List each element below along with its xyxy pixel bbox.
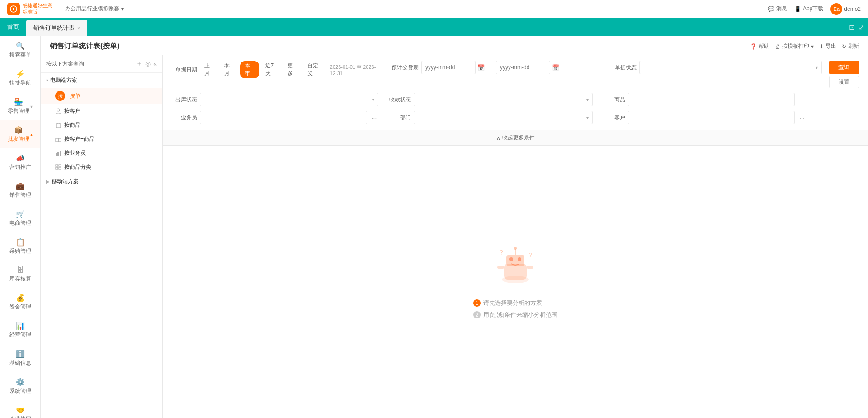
sidebar-item-sales[interactable]: 💼 销售管理: [0, 176, 40, 204]
salesman-more-icon[interactable]: ···: [370, 114, 379, 121]
filter-container: 单据日期 上月 本月 本年 近7天 更多 自定义 2023-01-01 至 20…: [163, 55, 868, 130]
sidebar-item-operations[interactable]: 📊 经营管理: [0, 316, 40, 344]
svg-rect-19: [527, 266, 533, 269]
svg-rect-3: [56, 138, 58, 142]
calendar-to-icon[interactable]: 📅: [552, 64, 559, 71]
delivery-arrow-icon: ▾: [372, 97, 374, 102]
scheme-item-by-salesman[interactable]: 按业务员: [41, 146, 162, 160]
sidebar-item-marketing[interactable]: 📣 营销推广: [0, 148, 40, 176]
scheme-item-by-customer-goods[interactable]: 按客户+商品: [41, 132, 162, 146]
company-name: 办公用品行业模拟账套: [65, 5, 119, 13]
sidebar-item-retail[interactable]: 🏪 零售管理 ▾: [0, 92, 40, 120]
tab-home[interactable]: 首页: [0, 18, 26, 36]
svg-rect-9: [56, 165, 58, 166]
goods-more-icon[interactable]: ···: [797, 96, 807, 103]
company-selector[interactable]: 办公用品行业模拟账套 ▾: [65, 5, 124, 13]
avatar: Ea: [830, 3, 842, 15]
right-panel: 单据日期 上月 本月 本年 近7天 更多 自定义 2023-01-01 至 20…: [163, 55, 868, 418]
date-btn-7days[interactable]: 近7天: [262, 61, 282, 79]
page-header: 销售订单统计表(按单) ❓ 帮助 🖨 按模板打印 ▾ ⬇ 导出 ↻ 刷新: [41, 36, 868, 55]
expected-date-from-input[interactable]: [421, 61, 476, 74]
main-layout: 🔍 搜索菜单 ⚡ 快捷导航 🏪 零售管理 ▾ 📦 批发管理 ▴ 📣 营销推广: [0, 36, 868, 418]
collapse-bar[interactable]: ∧ 收起更多条件: [163, 130, 868, 146]
scheme-item-by-goods[interactable]: 按商品: [41, 118, 162, 132]
top-bar-right: 💬 消息 📱 App下载 Ea demo2: [768, 3, 861, 15]
date-dash: —: [487, 64, 493, 71]
salesman-input[interactable]: [200, 111, 367, 124]
sidebar-item-system[interactable]: ⚙️ 系统管理: [0, 372, 40, 400]
retail-arrow-icon: ▾: [30, 104, 33, 109]
logo-area: 畅捷通好生意 标准版: [7, 3, 52, 15]
maximize-icon[interactable]: ⤢: [859, 23, 864, 32]
sidebar-item-procurement[interactable]: 📋 采购管理: [0, 233, 40, 261]
query-button[interactable]: 查询: [829, 61, 859, 74]
svg-rect-7: [58, 152, 59, 156]
tab-close-icon[interactable]: ×: [77, 25, 80, 31]
template-print-button[interactable]: 🖨 按模板打印 ▾: [775, 43, 814, 50]
doc-status-arrow-icon: ▾: [816, 65, 818, 70]
expected-date-to-input[interactable]: [496, 61, 550, 74]
date-btn-last-month[interactable]: 上月: [201, 61, 218, 79]
sidebar-item-basic-info[interactable]: ℹ️ 基础信息: [0, 344, 40, 372]
refresh-button[interactable]: ↻ 刷新: [842, 43, 859, 50]
doc-status-select[interactable]: ▾: [639, 61, 822, 74]
page-actions: ❓ 帮助 🖨 按模板打印 ▾ ⬇ 导出 ↻ 刷新: [750, 43, 859, 50]
scheme-item-by-order[interactable]: 按 按单: [41, 88, 162, 104]
refresh-icon: ↻: [842, 43, 846, 50]
payment-status-select[interactable]: ▾: [414, 93, 592, 106]
mobile-scheme-section[interactable]: ▶ 移动端方案: [41, 174, 162, 189]
svg-rect-12: [59, 167, 61, 169]
settings-button[interactable]: 设置: [829, 76, 859, 88]
svg-point-21: [514, 247, 517, 250]
logo-text: 畅捷通好生意 标准版: [23, 3, 52, 14]
help-button[interactable]: ❓ 帮助: [750, 43, 769, 50]
calendar-from-icon[interactable]: 📅: [477, 64, 485, 71]
department-select[interactable]: ▾: [414, 111, 592, 124]
pc-section-arrow: ▾: [46, 78, 48, 83]
empty-hint-list: 1 请先选择要分析的方案 2 用[过滤]条件来缩小分析范围: [473, 299, 557, 323]
scheme-add-icon[interactable]: ＋: [136, 60, 142, 68]
top-bar-left: 畅捷通好生意 标准版 办公用品行业模拟账套 ▾: [7, 3, 124, 15]
app-download-button[interactable]: 📱 App下载: [794, 5, 823, 13]
content-area: 销售订单统计表(按单) ❓ 帮助 🖨 按模板打印 ▾ ⬇ 导出 ↻ 刷新: [41, 36, 868, 418]
scheme-panel: 按以下方案查询 ＋ ◎ « ▾ 电脑端方案 按 按单: [41, 55, 163, 418]
goods-input[interactable]: [628, 93, 795, 106]
scheme-item-by-category[interactable]: 按商品分类: [41, 160, 162, 174]
svg-rect-18: [497, 266, 504, 269]
expected-date-to-group: 📅: [496, 61, 559, 74]
date-filter-label: 单据日期: [172, 66, 197, 74]
scheme-item-by-customer[interactable]: 按客户: [41, 104, 162, 118]
customer-more-icon[interactable]: ···: [797, 114, 807, 121]
date-btn-custom[interactable]: 自定义: [304, 61, 326, 79]
sidebar-item-finance[interactable]: 💰 资金管理: [0, 288, 40, 316]
sidebar-item-search[interactable]: 🔍 搜索菜单: [0, 36, 40, 64]
export-icon: ⬇: [819, 43, 824, 50]
sidebar-item-enterprise-collab[interactable]: 🤝 企业协同: [0, 400, 40, 418]
minimize-icon[interactable]: ⊡: [849, 23, 855, 32]
export-button[interactable]: ⬇ 导出: [819, 43, 836, 50]
pc-scheme-section[interactable]: ▾ 电脑端方案: [41, 73, 162, 88]
sidebar-item-ecommerce[interactable]: 🛒 电商管理: [0, 204, 40, 233]
scheme-settings-icon[interactable]: ◎: [145, 60, 151, 67]
goods-icon: [55, 122, 61, 128]
date-buttons-group: 上月 本月 本年 近7天 更多 自定义 2023-01-01 至 2023-12…: [201, 61, 382, 79]
tab-sales-stats[interactable]: 销售订单统计表 ×: [26, 20, 87, 36]
svg-point-1: [57, 109, 60, 111]
sidebar-item-quicknav[interactable]: ⚡ 快捷导航: [0, 64, 40, 92]
scheme-header: 按以下方案查询 ＋ ◎ «: [41, 55, 162, 73]
messages-button[interactable]: 💬 消息: [768, 5, 787, 13]
date-btn-this-year[interactable]: 本年: [240, 61, 259, 78]
date-btn-this-month[interactable]: 本月: [221, 61, 238, 79]
sidebar-item-wholesale[interactable]: 📦 批发管理 ▴: [0, 120, 40, 148]
sidebar-item-inventory[interactable]: 🗄 库存核算: [0, 261, 40, 288]
page-title: 销售订单统计表(按单): [50, 42, 120, 51]
date-btn-more[interactable]: 更多: [284, 61, 301, 79]
scheme-collapse-icon[interactable]: «: [153, 60, 157, 67]
svg-text:?: ?: [529, 252, 532, 258]
print-dropdown-icon: ▾: [811, 43, 814, 50]
salesman-label: 业务员: [172, 114, 197, 122]
svg-rect-14: [504, 264, 527, 280]
delivery-status-select[interactable]: ▾: [200, 93, 378, 106]
customer-input[interactable]: [628, 111, 795, 124]
user-menu[interactable]: Ea demo2: [830, 3, 861, 15]
